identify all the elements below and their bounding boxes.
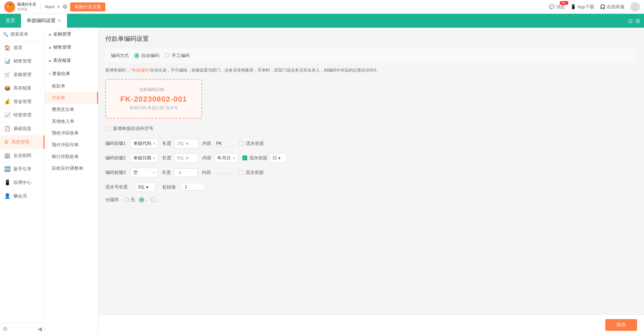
prefix2-day-select[interactable]: 日 ▾ [269,153,287,163]
message-badge: 99+ [560,1,568,5]
sub-item-prepay-payable[interactable]: 预付冲应付单 [45,139,98,151]
service-icon: 🎧 [600,4,605,9]
sub-group-inventory: ▶ 库存核算 [45,54,98,67]
dropdown-icon[interactable]: ▾ [57,4,60,9]
tab-close-icon[interactable]: ✕ [58,18,61,23]
sep-dot[interactable]: . [151,197,158,203]
sidebar-item-operations[interactable]: 📈 经营管理 [0,109,45,122]
main-layout: 🔍 搜索菜单 🏠 首页 📊 销售管理 🛒 采购管理 📦 库存核算 💰 [0,28,644,335]
auto-fill-row: 新增单据自动补空号 [105,125,637,132]
basic-info-icon: 📋 [4,125,11,132]
bottom-bar: 保存 [98,315,644,335]
sub-sidebar: ▶ 采购管理 ▶ 销售管理 ▶ 库存核算 ▾ 资金往来 收款单 付款单 费用支出… [45,28,98,335]
prefix3-serial-checkbox[interactable] [239,170,243,175]
sub-item-receivable-adjust[interactable]: 应收应付调整单 [45,162,98,174]
sidebar-bottom: ⚙ ◀ [0,323,45,335]
message-button[interactable]: 💬 消息 99+ [549,4,565,10]
caret-icon-7: ▾ [153,171,155,175]
app-download-button[interactable]: 📱 App下载 [570,4,594,10]
caret-icon-5: ▾ [233,156,235,160]
radio-manual[interactable]: 手工编码 [165,53,190,59]
radio-auto[interactable]: 自动编码 [134,53,159,59]
prefix3-length-select[interactable]: ▾ [174,168,198,177]
sidebar-item-inventory[interactable]: 📦 库存核算 [0,82,45,95]
encode-method-section: 编码方式 自动编码 手工编码 [105,48,637,63]
prefix1-serial-check: 流水依据 [239,140,264,147]
prefix1-content-value: FK [214,140,235,147]
sidebar-item-system[interactable]: ⚙ 系统管理 [0,136,45,149]
save-button[interactable]: 保存 [605,319,637,331]
sub-group-inventory-title[interactable]: ▶ 库存核算 [45,54,98,67]
caret-icon: ▾ [153,142,155,146]
tab-encode-setting[interactable]: 单据编码设置 ✕ [21,14,67,28]
maximize-icon[interactable]: ⊞ [635,18,640,24]
sep-none[interactable]: 无 [124,197,135,203]
sub-group-funds-title[interactable]: ▾ 资金往来 [45,67,98,80]
settings-bottom-icon[interactable]: ⚙ [3,326,8,332]
prefix1-length-select[interactable]: 2位 ▾ [174,139,198,148]
sub-item-expense[interactable]: 费用支出单 [45,104,98,115]
auto-fill-checkbox[interactable] [105,126,110,131]
prefix1-select[interactable]: 单据代码 ▾ [130,139,158,148]
enterprise-icon: 🏢 [4,152,11,159]
sep-dash[interactable]: - [139,197,147,203]
brand: 🍊 畅通好生意 招商版 [4,1,36,12]
top-bar-left: 🍊 畅通好生意 招商版 Nare ▾ ⚙ 体验行业方案 [4,1,105,12]
sub-item-bank-deposit[interactable]: 银行存取款单 [45,151,98,162]
sidebar-search[interactable]: 🔍 搜索菜单 [0,28,45,41]
brand-text: 畅通好生意 招商版 [17,2,36,11]
sidebar-item-sales[interactable]: 📊 销售管理 [0,55,45,68]
prefix3-length-box: 长度 ▾ [162,168,198,177]
caret-icon-4: ▾ [186,156,189,161]
sub-group-purchase-title[interactable]: ▶ 采购管理 [45,28,98,41]
tab-home[interactable]: 首页 [0,14,21,28]
config-row-prefix1: 编码前缀1 单据代码 ▾ 长度 2位 ▾ 内容 FK [105,139,637,148]
prefix2-serial-checkbox[interactable]: ✓ [242,156,247,160]
sidebar-item-finance[interactable]: 💰 资金管理 [0,95,45,109]
purchase-icon: 🛒 [4,72,11,78]
tab-bar: 首页 单据编码设置 ✕ ⊟ ⊞ [0,14,644,28]
prefix3-content-box: 内容 [202,169,234,176]
sidebar-item-app-center[interactable]: 📱 应用中心 [0,176,45,189]
config-row-prefix3: 编码前缀3 空 ▾ 长度 ▾ 内容 [105,168,637,177]
sub-group-sales-title[interactable]: ▶ 销售管理 [45,41,98,54]
prefix2-length-select[interactable]: 8位 ▾ [174,153,198,163]
online-service-button[interactable]: 🎧 在线客服 [600,4,625,10]
sidebar-item-guide[interactable]: 🆕 新手引导 [0,162,45,176]
trial-button[interactable]: 体验行业方案 [70,2,105,11]
prefix2-content-select[interactable]: 年月日 ▾ [214,153,238,163]
prefix2-length-label: 长度 [162,155,171,161]
sidebar-nav: 🏠 首页 📊 销售管理 🛒 采购管理 📦 库存核算 💰 资金管理 📈 经 [0,41,45,323]
sub-item-prepay-receivable[interactable]: 预收冲应收单 [45,127,98,139]
sub-item-payment[interactable]: 付款单 [45,92,98,104]
sub-item-receipt[interactable]: 收款单 [45,80,98,92]
member-icon: 👤 [4,193,11,199]
sidebar-item-enterprise[interactable]: 🏢 企业协同 [0,149,45,162]
encode-radio-group: 自动编码 手工编码 [134,53,190,59]
preview-code: FK-20230602-001 [116,95,191,104]
sub-item-other-income[interactable]: 其他收入单 [45,115,98,127]
collapse-icon[interactable]: ◀ [38,326,42,332]
sidebar-item-basic-info[interactable]: 📋 基础信息 [0,122,45,136]
prefix3-select[interactable]: 空 ▾ [130,168,158,177]
top-bar: 🍊 畅通好生意 招商版 Nare ▾ ⚙ 体验行业方案 💬 消息 99+ 📱 A… [0,0,644,14]
serial-length-select[interactable]: 3位 ▾ [135,182,155,192]
arrow-right-icon: ▶ [49,32,52,36]
prefix2-content-label: 内容 [202,155,211,161]
sub-group-sales: ▶ 销售管理 [45,41,98,54]
settings-icon[interactable]: ⚙ [63,3,67,10]
radio-auto-dot [134,53,139,58]
prefix1-serial-checkbox[interactable] [239,141,244,146]
separator-row: 分隔符 无 - . [105,197,637,203]
caret-icon-3: ▾ [153,156,155,160]
minimize-icon[interactable]: ⊟ [628,18,633,24]
start-value-input[interactable] [183,184,203,190]
info-text: 新增单据时，*单据编码*自动生成，不可编辑，前缀设置为部门、业务员等档案类，开单… [105,67,637,74]
sidebar-item-purchase[interactable]: 🛒 采购管理 [0,68,45,82]
avatar[interactable] [630,2,640,12]
sidebar-item-home[interactable]: 🏠 首页 [0,41,45,55]
sidebar-item-member[interactable]: 👤 畅会员 [0,189,45,203]
prefix2-select[interactable]: 单据日期 ▾ [130,153,158,163]
page-title: 付款单编码设置 [105,35,637,43]
caret-icon-2: ▾ [186,141,189,146]
